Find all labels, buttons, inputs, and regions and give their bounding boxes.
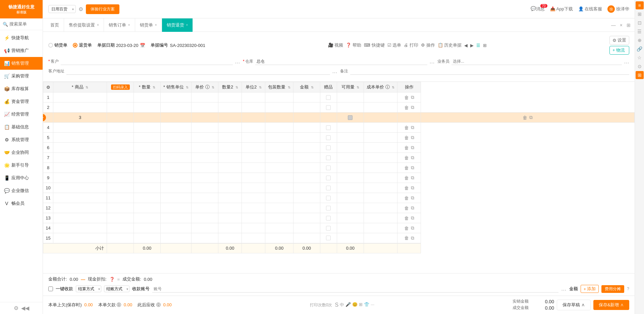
- minimize-icon[interactable]: —: [610, 22, 617, 28]
- delete-row-10[interactable]: 🗑: [404, 185, 409, 191]
- available-cell-8[interactable]: [337, 163, 364, 173]
- delete-row-1[interactable]: 🗑: [404, 95, 409, 100]
- rp-btn-3[interactable]: ⊕: [636, 36, 644, 44]
- video-btn[interactable]: 🎥 视频: [328, 42, 343, 48]
- gift-cell-3[interactable]: [337, 113, 364, 123]
- qty-cell-6[interactable]: [134, 143, 161, 153]
- delete-row-7[interactable]: 🗑: [404, 155, 409, 161]
- qty2-cell-4[interactable]: [218, 123, 242, 133]
- available-cell-11[interactable]: [337, 193, 364, 203]
- copy-row-1[interactable]: ⧉: [411, 95, 414, 100]
- trial-btn[interactable]: 体验行业方案: [86, 4, 119, 14]
- amount-cell-8[interactable]: [293, 163, 320, 173]
- qty2-cell-5[interactable]: [218, 133, 242, 143]
- product-cell-2[interactable]: [53, 103, 107, 113]
- unit2-cell-9[interactable]: [242, 173, 265, 183]
- customer-input[interactable]: [61, 58, 233, 65]
- available-cell-5[interactable]: [337, 133, 364, 143]
- price-cell-2[interactable]: [192, 103, 218, 113]
- pack-qty-cell-11[interactable]: [265, 193, 293, 203]
- tab-close-price[interactable]: ×: [97, 23, 99, 27]
- gift-cell-5[interactable]: [320, 133, 337, 143]
- help-btn[interactable]: ❓ 帮助: [346, 42, 361, 48]
- radio-sales-btn[interactable]: [48, 43, 53, 48]
- date-value[interactable]: 2023-03-20: [116, 43, 139, 48]
- pack-qty-cell-8[interactable]: [265, 163, 293, 173]
- next-record-icon[interactable]: ▶: [470, 43, 474, 48]
- available-cell-1[interactable]: [337, 92, 364, 103]
- delete-row-15[interactable]: 🗑: [404, 235, 409, 241]
- gift-cell-15[interactable]: [320, 233, 337, 243]
- cost-price-cell-9[interactable]: [364, 173, 397, 183]
- available-cell-12[interactable]: [337, 203, 364, 213]
- price-cell-13[interactable]: [192, 213, 218, 223]
- copy-row-6[interactable]: ⧉: [411, 145, 414, 150]
- available-cell-9[interactable]: [337, 173, 364, 183]
- unit-cell-7[interactable]: [161, 153, 192, 163]
- topbar-gear-icon[interactable]: ⚙: [78, 6, 83, 12]
- cost-price-cell-15[interactable]: [364, 233, 397, 243]
- product-cell-7[interactable]: [53, 153, 107, 163]
- price-cell-3[interactable]: [218, 113, 242, 123]
- gift-cell-8[interactable]: [320, 163, 337, 173]
- pack-qty-cell-7[interactable]: [265, 153, 293, 163]
- pack-qty-cell-9[interactable]: [265, 173, 293, 183]
- account-more-icon[interactable]: …: [561, 286, 567, 292]
- tab-sales-return[interactable]: 销货退货 ×: [162, 18, 193, 32]
- amount-cell-5[interactable]: [293, 133, 320, 143]
- qty2-cell-15[interactable]: [218, 233, 242, 243]
- available-cell-13[interactable]: [337, 213, 364, 223]
- radio-return[interactable]: 退货单: [73, 42, 92, 48]
- qty-cell-7[interactable]: [134, 153, 161, 163]
- cost-price-cell-3[interactable]: [397, 113, 421, 123]
- sidebar-item-sales[interactable]: 📊 销售管理: [0, 57, 43, 70]
- amount-cell-7[interactable]: [293, 153, 320, 163]
- amount-cell-1[interactable]: [293, 92, 320, 103]
- pack-qty-cell-3[interactable]: [293, 113, 320, 123]
- delete-row-14[interactable]: 🗑: [404, 226, 409, 231]
- qty2-cell-9[interactable]: [218, 173, 242, 183]
- copy-row-12[interactable]: ⧉: [411, 205, 414, 211]
- product-cell-12[interactable]: [53, 203, 107, 213]
- tab-home[interactable]: 首页: [46, 18, 64, 32]
- delete-row-8[interactable]: 🗑: [404, 165, 409, 171]
- th-cost-price[interactable]: 成本单价 ⓘ ⇅: [364, 82, 397, 92]
- qty-cell-15[interactable]: [134, 233, 161, 243]
- amount-cell-11[interactable]: [293, 193, 320, 203]
- copy-row-3[interactable]: ⧉: [529, 115, 533, 120]
- th-qty[interactable]: * 数量 ⇅: [134, 82, 161, 92]
- unit2-cell-2[interactable]: [242, 103, 265, 113]
- product-cell-1[interactable]: [53, 92, 107, 103]
- unit-cell-10[interactable]: [161, 183, 192, 193]
- settings-icon[interactable]: ⚙: [14, 305, 18, 311]
- available-cell-4[interactable]: [337, 123, 364, 133]
- print-btn[interactable]: 🖨 打印: [404, 42, 418, 48]
- copy-row-8[interactable]: ⧉: [411, 165, 414, 171]
- price-cell-12[interactable]: [192, 203, 218, 213]
- qty-cell-2[interactable]: [134, 103, 161, 113]
- industry-select[interactable]: 日用百货: [48, 5, 76, 13]
- gift-cell-1[interactable]: [320, 92, 337, 103]
- qty2-cell-3[interactable]: [242, 113, 265, 123]
- pack-qty-cell-1[interactable]: [265, 92, 293, 103]
- available-cell-6[interactable]: [337, 143, 364, 153]
- unit2-cell-5[interactable]: [242, 133, 265, 143]
- cost-price-cell-6[interactable]: [364, 143, 397, 153]
- product-cell-6[interactable]: [53, 143, 107, 153]
- sidebar-item-member[interactable]: V 畅会员: [0, 197, 43, 210]
- unit-cell-4[interactable]: [161, 123, 192, 133]
- price-cell-4[interactable]: [192, 123, 218, 133]
- radio-sales[interactable]: 销货单: [48, 42, 67, 48]
- price-cell-9[interactable]: [192, 173, 218, 183]
- price-cell-14[interactable]: [192, 223, 218, 233]
- unit-cell-3[interactable]: [192, 113, 218, 123]
- warehouse-input[interactable]: [255, 58, 427, 65]
- delete-row-13[interactable]: 🗑: [404, 215, 409, 221]
- search-menu-item[interactable]: 🔍 搜索菜单: [0, 18, 43, 30]
- qty-cell-10[interactable]: [134, 183, 161, 193]
- cost-price-cell-13[interactable]: [364, 213, 397, 223]
- qty2-cell-12[interactable]: [218, 203, 242, 213]
- qty-cell-8[interactable]: [134, 163, 161, 173]
- product-cell-13[interactable]: [53, 213, 107, 223]
- close-window-icon[interactable]: ×: [619, 22, 624, 28]
